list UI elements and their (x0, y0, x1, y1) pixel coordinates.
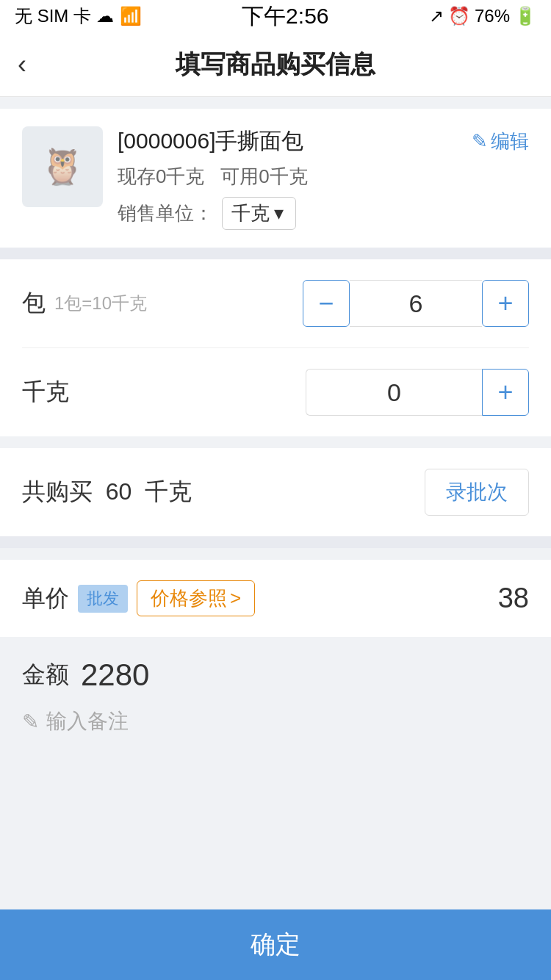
kg-input-row: 千克 + (22, 348, 529, 436)
price-label: 单价 (22, 583, 69, 615)
product-info: [0000006]手撕面包 ✎ 编辑 现存0千克 可用0千克 销售单位： 千克 … (118, 126, 529, 230)
status-bar: 无 SIM 卡 ☁ 📶 下午2:56 ↗ ⏰ 76% 🔋 (0, 0, 551, 32)
status-right: ↗ ⏰ 76% 🔋 (429, 6, 536, 26)
remark-row[interactable]: ✎ 输入备注 (22, 707, 529, 743)
location-icon: ↗ (429, 6, 444, 26)
amount-section: 金额 2280 ✎ 输入备注 (0, 637, 551, 754)
batch-button[interactable]: 录批次 (425, 469, 529, 516)
product-stock: 现存0千克 可用0千克 (118, 164, 529, 190)
package-hint: 1包=10千克 (54, 292, 147, 315)
amount-label: 金额 (22, 659, 69, 691)
pencil-icon: ✎ (22, 710, 39, 734)
confirm-button-area[interactable]: 确定 (0, 909, 551, 980)
package-input[interactable] (350, 280, 482, 327)
amount-row: 金额 2280 (22, 657, 529, 707)
price-label-group: 单价 批发 价格参照 > (22, 580, 255, 616)
amount-value: 2280 (81, 657, 149, 693)
bottom-spacer (0, 754, 551, 872)
package-stepper: − + (303, 280, 529, 327)
product-image: 🦉 (22, 126, 103, 207)
sim-label: 无 SIM 卡 ☁ (15, 4, 114, 28)
status-left: 无 SIM 卡 ☁ 📶 (15, 4, 142, 28)
package-minus-button[interactable]: − (303, 280, 350, 327)
chevron-right-icon: > (230, 587, 241, 610)
unit-dropdown[interactable]: 千克 ▾ (222, 197, 296, 230)
nav-bar: ‹ 填写商品购买信息 (0, 32, 551, 97)
separator-2 (0, 536, 551, 548)
kg-label: 千克 (22, 376, 69, 408)
input-section: 包 1包=10千克 − + 千克 + (0, 259, 551, 436)
alarm-icon: ⏰ (448, 6, 470, 26)
product-name: [0000006]手撕面包 (118, 126, 303, 156)
remark-placeholder: 输入备注 (46, 707, 129, 735)
summary-text: 共购买 60 千克 (22, 476, 192, 508)
kg-stepper: + (306, 369, 529, 416)
dropdown-icon: ▾ (274, 202, 284, 225)
price-section: 单价 批发 价格参照 > 38 (0, 560, 551, 637)
battery-icon: 🔋 (514, 6, 536, 26)
package-plus-button[interactable]: + (482, 280, 529, 327)
summary-section: 共购买 60 千克 录批次 (0, 448, 551, 536)
batch-badge: 批发 (78, 585, 128, 613)
package-input-row: 包 1包=10千克 − + (22, 259, 529, 348)
price-row: 单价 批发 价格参照 > 38 (22, 580, 529, 637)
price-value: 38 (498, 583, 529, 614)
product-name-row: [0000006]手撕面包 ✎ 编辑 (118, 126, 529, 156)
edit-button[interactable]: ✎ 编辑 (472, 129, 529, 154)
separator-1 (0, 248, 551, 259)
status-time: 下午2:56 (242, 1, 328, 32)
product-card: 🦉 [0000006]手撕面包 ✎ 编辑 现存0千克 可用0千克 销售单位： 千… (0, 109, 551, 248)
package-label: 包 1包=10千克 (22, 287, 147, 320)
kg-input[interactable] (306, 369, 482, 416)
kg-plus-button[interactable]: + (482, 369, 529, 416)
product-logo-icon: 🦉 (40, 146, 84, 187)
wifi-icon: 📶 (120, 6, 142, 26)
back-button[interactable]: ‹ (18, 49, 26, 80)
page-title: 填写商品购买信息 (176, 48, 375, 82)
battery-level: 76% (475, 6, 510, 26)
confirm-button-label: 确定 (251, 928, 300, 962)
product-unit-row: 销售单位： 千克 ▾ (118, 197, 529, 230)
price-ref-button[interactable]: 价格参照 > (137, 580, 255, 616)
edit-icon: ✎ (472, 130, 488, 153)
